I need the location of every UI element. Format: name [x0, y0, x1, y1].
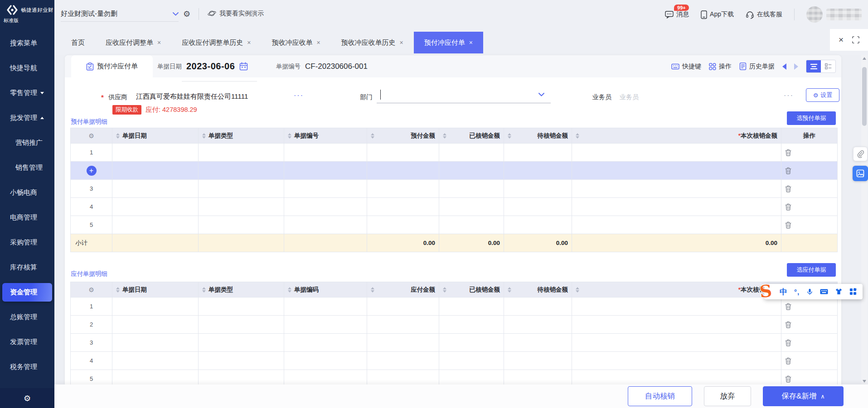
column-settings-icon[interactable]: ⚙: [88, 132, 94, 139]
grid-cell[interactable]: [112, 316, 199, 334]
grid-cell[interactable]: [284, 144, 367, 162]
grid-cell[interactable]: [112, 298, 199, 316]
scrollbar-thumb[interactable]: [862, 67, 867, 126]
grid-cell[interactable]: [504, 298, 572, 316]
grid-cell[interactable]: [112, 216, 199, 234]
grid-cell[interactable]: [439, 316, 504, 334]
grid-cell[interactable]: [367, 316, 439, 334]
attachment-button[interactable]: [853, 147, 868, 161]
ime-toolbar[interactable]: S 中 °,: [764, 284, 863, 299]
delete-row-icon[interactable]: [785, 339, 791, 346]
tab-prereceipt[interactable]: 预收冲应收单×: [261, 32, 330, 53]
grid-cell[interactable]: [572, 144, 781, 162]
grid-cell[interactable]: [199, 162, 284, 180]
grid-cell[interactable]: [112, 352, 199, 370]
sort-icon[interactable]: [508, 287, 511, 293]
sogou-logo-icon[interactable]: S: [759, 281, 773, 302]
supplier-more-icon[interactable]: ···: [294, 91, 304, 100]
select-payable-docs-button[interactable]: 选应付单据: [787, 263, 836, 277]
grid-cell[interactable]: [572, 198, 781, 216]
grid-cell[interactable]: [572, 162, 781, 180]
grid-cell[interactable]: [284, 216, 367, 234]
fullscreen-icon[interactable]: [852, 36, 859, 43]
sort-icon[interactable]: [443, 287, 446, 293]
sidebar-item-search[interactable]: 搜索菜单: [0, 31, 54, 56]
chevron-down-icon[interactable]: [538, 93, 544, 96]
grid-cell[interactable]: [199, 216, 284, 234]
grid-cell[interactable]: [504, 180, 572, 198]
grid-cell[interactable]: [504, 162, 572, 180]
tab-prepay-writeoff[interactable]: 预付冲应付单×: [414, 32, 483, 53]
delete-row-icon[interactable]: [785, 167, 791, 174]
sort-icon[interactable]: [202, 133, 206, 139]
sort-icon[interactable]: [288, 133, 291, 139]
close-tab-icon[interactable]: ×: [247, 39, 251, 46]
grid-cell[interactable]: [284, 298, 367, 316]
grid-cell[interactable]: [284, 162, 367, 180]
grid-cell[interactable]: [367, 198, 439, 216]
grid-cell[interactable]: [112, 144, 199, 162]
grid-cell[interactable]: [572, 298, 781, 316]
ime-punctuation[interactable]: °,: [794, 288, 800, 296]
department-field[interactable]: [377, 87, 551, 103]
gear-icon[interactable]: ⚙: [183, 9, 190, 19]
grid-cell[interactable]: [284, 334, 367, 352]
grid-cell[interactable]: [199, 298, 284, 316]
grid-cell[interactable]: [572, 216, 781, 234]
sidebar-item-inventory[interactable]: 库存核算: [0, 255, 54, 280]
grid-cell[interactable]: [112, 334, 199, 352]
grid-cell[interactable]: [367, 298, 439, 316]
calendar-icon[interactable]: [239, 62, 248, 71]
supplier-value[interactable]: 江西真可爱布娃娃有限责任公司11111: [136, 92, 248, 101]
delete-row-icon[interactable]: [785, 303, 791, 310]
ime-chinese-mode[interactable]: 中: [780, 287, 787, 297]
grid-cell[interactable]: [199, 352, 284, 370]
grid-cell[interactable]: [439, 180, 504, 198]
tab-prereceipt-history[interactable]: 预收冲应收单历史×: [331, 32, 414, 53]
grid-cell[interactable]: [439, 334, 504, 352]
sort-icon[interactable]: [371, 287, 374, 293]
doc-date-value[interactable]: 2023-06-06: [186, 61, 235, 72]
grid-cell[interactable]: [439, 352, 504, 370]
grid-cell[interactable]: [367, 144, 439, 162]
salesman-placeholder[interactable]: 业务员: [620, 93, 639, 101]
delete-row-icon[interactable]: [785, 185, 791, 192]
select-prepay-docs-button[interactable]: 选预付单据: [787, 111, 836, 125]
close-all-tabs-icon[interactable]: ×: [839, 35, 844, 45]
grid-cell[interactable]: [572, 180, 781, 198]
scroll-down-icon[interactable]: [863, 380, 866, 383]
grid-cell[interactable]: [572, 352, 781, 370]
add-row-button[interactable]: +: [87, 166, 97, 176]
grid-cell[interactable]: [367, 180, 439, 198]
grid-cell[interactable]: [439, 162, 504, 180]
discard-button[interactable]: 放弃: [704, 386, 751, 406]
grid-cell[interactable]: [199, 180, 284, 198]
sort-icon[interactable]: [443, 133, 446, 139]
sidebar-item-funds[interactable]: 资金管理: [0, 280, 54, 305]
delete-row-icon[interactable]: [785, 375, 791, 383]
sidebar-item-marketing[interactable]: 营销推广: [0, 130, 54, 155]
user-area[interactable]: [806, 6, 862, 23]
grid-cell[interactable]: [199, 198, 284, 216]
grid-cell[interactable]: [199, 334, 284, 352]
microphone-icon[interactable]: [806, 288, 813, 296]
grid-cell[interactable]: [367, 352, 439, 370]
grid-cell[interactable]: [504, 334, 572, 352]
grid-cell[interactable]: [504, 144, 572, 162]
screenshot-preview-button[interactable]: [853, 166, 868, 181]
sidebar-item-sales[interactable]: 销售管理: [0, 155, 54, 180]
salesman-more-icon[interactable]: ···: [784, 91, 794, 100]
list-view-button[interactable]: [806, 60, 821, 72]
grid-cell[interactable]: [572, 316, 781, 334]
grid-cell[interactable]: [572, 334, 781, 352]
sidebar-item-ecommerce[interactable]: 电商管理: [0, 205, 54, 230]
grid-cell[interactable]: [284, 316, 367, 334]
toolbox-grid-icon[interactable]: [849, 288, 857, 295]
column-settings-icon[interactable]: ⚙: [88, 286, 94, 293]
close-tab-icon[interactable]: ×: [400, 39, 403, 46]
save-and-new-button[interactable]: 保存&新增 ∧: [763, 386, 844, 406]
online-service-button[interactable]: 在线客服: [746, 10, 782, 19]
tab-home[interactable]: 首页: [61, 32, 95, 53]
sidebar-item-quicknav[interactable]: 快捷导航: [0, 56, 54, 81]
grid-cell[interactable]: [112, 162, 199, 180]
